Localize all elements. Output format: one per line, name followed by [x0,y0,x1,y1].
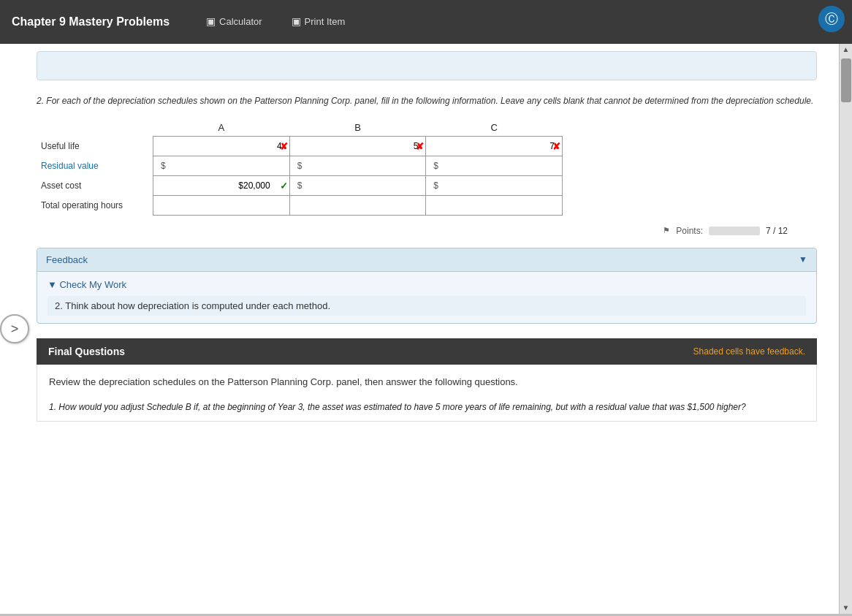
feedback-header[interactable]: Feedback ▼ [37,248,816,272]
operating-hours-a-input[interactable] [158,199,285,212]
calculator-label: Calculator [219,16,262,27]
useful-life-b-cell[interactable]: ✘ [289,136,426,156]
top-partial-panel [37,51,817,80]
col-header-a: A [153,119,289,137]
residual-value-a-cell[interactable]: $ [153,156,289,175]
nav-forward-button[interactable]: > [0,314,29,343]
main-content: > 2. For each of the depreciation schedu… [0,44,852,614]
x-icon: ✘ [552,140,560,151]
row-label-residual-value: Residual value [37,156,153,175]
points-display: 7 / 12 [766,226,788,236]
residual-value-c-input[interactable] [441,159,556,172]
useful-life-b-input[interactable] [294,140,422,153]
x-icon: ✘ [416,140,424,151]
final-questions-bar: Final Questions Shaded cells have feedba… [37,338,817,365]
operating-hours-c-cell[interactable] [426,195,563,215]
scroll-down-arrow[interactable]: ▼ [840,604,852,614]
residual-value-link[interactable]: Residual value [41,161,99,171]
points-row: ⚑ Points: 7 / 12 [37,226,817,236]
asset-cost-a-cell[interactable]: ✓ [153,175,289,195]
residual-value-c-cell[interactable]: $ [426,156,563,175]
feedback-body: ▼ Check My Work 2. Think about how depre… [37,272,816,323]
table-row: Residual value $ $ $ [37,156,563,175]
empty-header [37,119,153,137]
final-questions-title: Final Questions [48,346,125,357]
useful-life-a-cell[interactable]: ✘ [153,136,289,156]
content-wrapper: 2. For each of the depreciation schedule… [0,44,839,614]
fq-intro-text: Review the depreciation schedules on the… [49,376,805,387]
residual-value-b-input[interactable] [305,159,420,172]
check-my-work-button[interactable]: ▼ Check My Work [47,279,806,290]
scrollbar[interactable]: ▲ ▼ [839,44,852,614]
table-row: Asset cost ✓ $ $ [37,175,563,195]
col-header-b: B [289,119,426,137]
scroll-up-arrow[interactable]: ▲ [840,45,852,56]
feedback-section: Feedback ▼ ▼ Check My Work 2. Think abou… [37,248,817,324]
final-questions-body: Review the depreciation schedules on the… [37,365,817,422]
page-title: Chapter 9 Mastery Problems [12,15,170,28]
asset-cost-b-cell[interactable]: $ [289,175,426,195]
fq-question-1: 1. How would you adjust Schedule B if, a… [49,400,805,414]
row-label-useful-life: Useful life [37,136,153,156]
dollar-prefix: $ [430,161,438,171]
print-button[interactable]: ▣ Print Item [284,11,353,33]
calculator-icon: ▣ [206,15,216,27]
feedback-label: Feedback [46,254,88,265]
x-icon: ✘ [280,140,288,151]
asset-cost-a-input[interactable] [158,179,285,192]
shaded-feedback-label: Shaded cells have feedback. [693,346,805,357]
dollar-prefix: $ [294,161,303,171]
calculator-button[interactable]: ▣ Calculator [199,11,270,33]
operating-hours-c-input[interactable] [430,199,558,212]
top-bar: Chapter 9 Mastery Problems ▣ Calculator … [0,0,852,44]
residual-value-a-input[interactable] [168,159,284,172]
asset-cost-b-input[interactable] [305,179,420,192]
feedback-body-text: 2. Think about how depreciation is compu… [47,296,806,316]
chevron-down-icon: ▼ [799,254,807,265]
operating-hours-b-input[interactable] [294,199,422,212]
points-bar-background [709,227,760,235]
row-label-operating-hours: Total operating hours [37,195,153,215]
table-row: Useful life ✘ ✘ ✘ [37,136,563,156]
operating-hours-a-cell[interactable] [153,195,289,215]
useful-life-c-input[interactable] [430,140,558,153]
dollar-prefix: $ [294,180,303,191]
useful-life-a-input[interactable] [158,140,285,153]
print-label: Print Item [305,16,346,27]
asset-cost-c-input[interactable] [441,179,556,192]
asset-cost-c-cell[interactable]: $ [426,175,563,195]
depreciation-table: A B C Useful life ✘ ✘ [37,119,563,216]
residual-value-b-cell[interactable]: $ [289,156,426,175]
scrollbar-thumb[interactable] [841,58,851,102]
print-icon: ▣ [292,15,301,27]
user-icon[interactable]: Ⓒ [818,6,845,32]
row-label-asset-cost: Asset cost [37,175,153,195]
table-row: Total operating hours [37,195,563,215]
col-header-c: C [426,119,563,137]
dollar-prefix: $ [158,161,166,171]
useful-life-c-cell[interactable]: ✘ [426,136,563,156]
instructions-text: 2. For each of the depreciation schedule… [37,95,817,107]
check-icon: ✓ [280,180,288,191]
operating-hours-b-cell[interactable] [289,195,426,215]
dollar-prefix: $ [430,180,438,191]
points-label: Points: [676,226,703,236]
points-flag-icon: ⚑ [663,226,670,235]
